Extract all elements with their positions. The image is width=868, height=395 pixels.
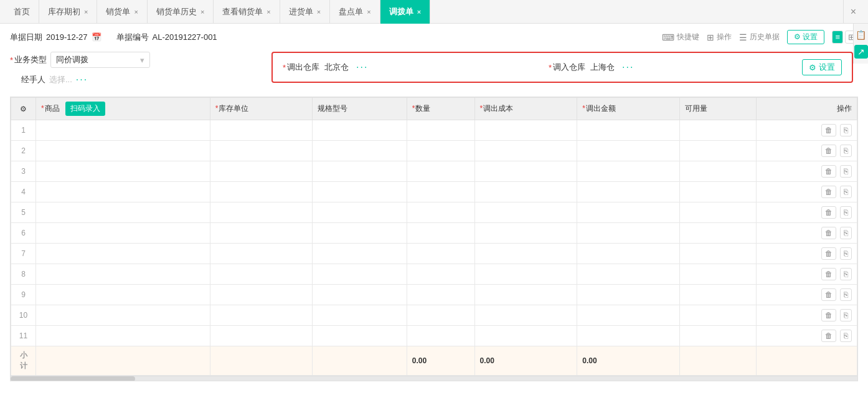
spec-cell[interactable] bbox=[313, 161, 407, 182]
qty-cell[interactable] bbox=[407, 223, 474, 244]
tab-transfer[interactable]: 调拨单 × bbox=[380, 0, 430, 24]
close-all-tab-icon[interactable]: × bbox=[843, 0, 863, 24]
person-more-icon[interactable]: ··· bbox=[76, 74, 88, 85]
scroll-track[interactable] bbox=[11, 376, 857, 381]
delete-row-button[interactable]: 🗑 bbox=[821, 268, 836, 280]
unit-cell[interactable] bbox=[210, 141, 313, 161]
cost-cell[interactable] bbox=[474, 120, 577, 141]
delete-row-button[interactable]: 🗑 bbox=[821, 165, 836, 178]
qty-cell[interactable] bbox=[407, 120, 474, 141]
qty-cell[interactable] bbox=[407, 264, 474, 285]
delete-row-button[interactable]: 🗑 bbox=[821, 227, 836, 239]
delete-row-button[interactable]: 🗑 bbox=[821, 309, 836, 321]
spec-cell[interactable] bbox=[313, 202, 407, 223]
unit-cell[interactable] bbox=[210, 305, 313, 326]
product-cell[interactable] bbox=[36, 326, 210, 346]
spec-cell[interactable] bbox=[313, 244, 407, 264]
copy-row-button[interactable]: ⎘ bbox=[840, 247, 852, 260]
sidebar-export-icon[interactable]: ↗ bbox=[854, 45, 868, 59]
product-cell[interactable] bbox=[36, 223, 210, 244]
delete-row-button[interactable]: 🗑 bbox=[821, 330, 836, 342]
tab-sales-order[interactable]: 销货单 × bbox=[97, 0, 147, 24]
qty-cell[interactable] bbox=[407, 202, 474, 223]
close-icon[interactable]: × bbox=[134, 8, 138, 16]
shortcut-button[interactable]: ⌨ 快捷键 bbox=[662, 32, 699, 42]
tab-inventory-check[interactable]: 盘点单 × bbox=[330, 0, 380, 24]
available-cell[interactable] bbox=[679, 285, 757, 305]
product-cell[interactable] bbox=[36, 141, 210, 161]
cost-cell[interactable] bbox=[474, 161, 577, 182]
available-cell[interactable] bbox=[679, 264, 757, 285]
amount-cell[interactable] bbox=[577, 161, 680, 182]
cost-cell[interactable] bbox=[474, 305, 577, 326]
amount-cell[interactable] bbox=[577, 182, 680, 202]
unit-cell[interactable] bbox=[210, 120, 313, 141]
spec-cell[interactable] bbox=[313, 141, 407, 161]
delete-row-button[interactable]: 🗑 bbox=[821, 247, 836, 260]
amount-cell[interactable] bbox=[577, 120, 680, 141]
operation-button[interactable]: ⊞ 操作 bbox=[707, 32, 732, 42]
copy-row-button[interactable]: ⎘ bbox=[840, 288, 852, 301]
copy-row-button[interactable]: ⎘ bbox=[840, 206, 852, 219]
spec-cell[interactable] bbox=[313, 326, 407, 346]
unit-cell[interactable] bbox=[210, 161, 313, 182]
qty-cell[interactable] bbox=[407, 285, 474, 305]
copy-row-button[interactable]: ⎘ bbox=[840, 330, 852, 342]
form-settings-button[interactable]: ⚙ 设置 bbox=[802, 59, 842, 75]
close-icon[interactable]: × bbox=[417, 8, 421, 16]
product-cell[interactable] bbox=[36, 305, 210, 326]
tab-view-sales[interactable]: 查看销货单 × bbox=[214, 0, 280, 24]
product-cell[interactable] bbox=[36, 244, 210, 264]
cost-cell[interactable] bbox=[474, 264, 577, 285]
qty-cell[interactable] bbox=[407, 161, 474, 182]
unit-cell[interactable] bbox=[210, 202, 313, 223]
settings-button[interactable]: ⚙ 设置 bbox=[787, 30, 824, 44]
amount-cell[interactable] bbox=[577, 285, 680, 305]
cost-cell[interactable] bbox=[474, 326, 577, 346]
copy-row-button[interactable]: ⎘ bbox=[840, 268, 852, 280]
product-cell[interactable] bbox=[36, 202, 210, 223]
copy-row-button[interactable]: ⎘ bbox=[840, 145, 852, 157]
amount-cell[interactable] bbox=[577, 326, 680, 346]
qty-cell[interactable] bbox=[407, 141, 474, 161]
spec-cell[interactable] bbox=[313, 120, 407, 141]
delete-row-button[interactable]: 🗑 bbox=[821, 186, 836, 198]
close-icon[interactable]: × bbox=[267, 8, 270, 16]
available-cell[interactable] bbox=[679, 305, 757, 326]
close-icon[interactable]: × bbox=[317, 8, 321, 16]
copy-row-button[interactable]: ⎘ bbox=[840, 165, 852, 178]
unit-cell[interactable] bbox=[210, 264, 313, 285]
available-cell[interactable] bbox=[679, 120, 757, 141]
amount-cell[interactable] bbox=[577, 264, 680, 285]
delete-row-button[interactable]: 🗑 bbox=[821, 206, 836, 219]
close-icon[interactable]: × bbox=[200, 8, 204, 16]
tab-purchase[interactable]: 进货单 × bbox=[280, 0, 330, 24]
transfer-out-more-icon[interactable]: ··· bbox=[356, 62, 368, 73]
unit-cell[interactable] bbox=[210, 223, 313, 244]
amount-cell[interactable] bbox=[577, 305, 680, 326]
delete-row-button[interactable]: 🗑 bbox=[821, 124, 836, 136]
close-icon[interactable]: × bbox=[84, 8, 88, 16]
product-cell[interactable] bbox=[36, 161, 210, 182]
product-cell[interactable] bbox=[36, 120, 210, 141]
product-cell[interactable] bbox=[36, 264, 210, 285]
available-cell[interactable] bbox=[679, 202, 757, 223]
sidebar-list-icon[interactable]: 📋 bbox=[855, 29, 867, 41]
copy-row-button[interactable]: ⎘ bbox=[840, 186, 852, 198]
unit-cell[interactable] bbox=[210, 326, 313, 346]
cost-cell[interactable] bbox=[474, 141, 577, 161]
amount-cell[interactable] bbox=[577, 141, 680, 161]
copy-row-button[interactable]: ⎘ bbox=[840, 227, 852, 239]
qty-cell[interactable] bbox=[407, 182, 474, 202]
amount-cell[interactable] bbox=[577, 244, 680, 264]
cost-cell[interactable] bbox=[474, 202, 577, 223]
spec-cell[interactable] bbox=[313, 264, 407, 285]
transfer-in-more-icon[interactable]: ··· bbox=[622, 62, 634, 73]
unit-cell[interactable] bbox=[210, 182, 313, 202]
cost-cell[interactable] bbox=[474, 182, 577, 202]
qty-cell[interactable] bbox=[407, 244, 474, 264]
view-list-button[interactable]: ≡ bbox=[832, 31, 843, 44]
copy-row-button[interactable]: ⎘ bbox=[840, 309, 852, 321]
person-input[interactable]: 选择... bbox=[49, 74, 72, 85]
amount-cell[interactable] bbox=[577, 223, 680, 244]
